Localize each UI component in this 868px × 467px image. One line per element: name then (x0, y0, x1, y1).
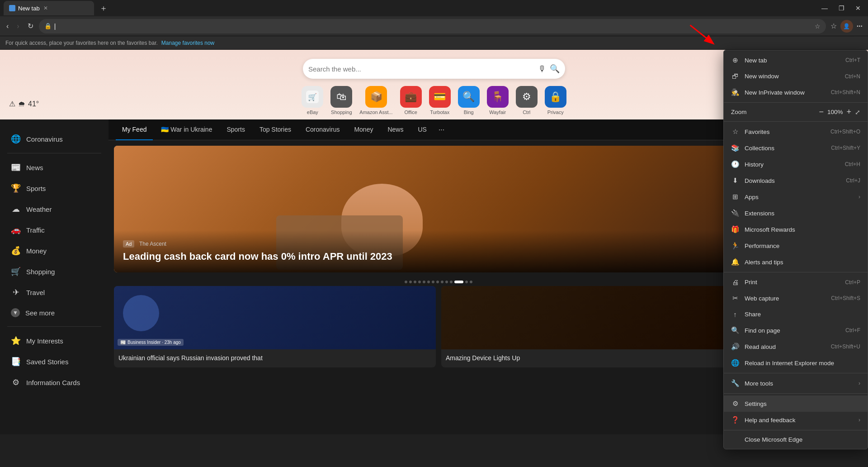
dot-13[interactable] (465, 281, 468, 283)
sidebar-item-weather[interactable]: ☁ Weather (0, 199, 108, 219)
dot-6[interactable] (427, 281, 430, 283)
menu-read-aloud[interactable]: 🔊 Read aloud Ctrl+Shift+U (724, 338, 868, 355)
quicklink-wayfair[interactable]: 🪑 Wayfair (487, 86, 509, 115)
refresh-button[interactable]: ↻ (25, 20, 36, 32)
zoom-fullscreen-icon[interactable]: ⤢ (855, 109, 860, 116)
dot-7[interactable] (432, 281, 434, 283)
dot-4[interactable] (418, 281, 421, 283)
sidebar-label-information-cards: Information Cards (26, 379, 80, 386)
quicklink-amazon[interactable]: 📦 Amazon Asst... (359, 86, 392, 115)
quicklink-office[interactable]: 💼 Office (400, 86, 422, 115)
dot-10[interactable] (445, 281, 448, 283)
sidebar-item-see-more[interactable]: ▼ See more (0, 303, 108, 323)
quicklink-shopping[interactable]: 🛍 Shopping (330, 86, 352, 115)
back-button[interactable]: ‹ (4, 20, 11, 32)
more-button[interactable]: ··· (855, 20, 864, 32)
hero-article[interactable]: Ad The Ascent Leading cash back card now… (114, 146, 763, 272)
sidebar-item-saved-stories[interactable]: 📑 Saved Stories (0, 351, 108, 372)
article-2[interactable]: Amazing Device Lights Up (441, 286, 763, 367)
sidebar-item-coronavirus[interactable]: 🌐 Coronavirus (0, 129, 108, 149)
address-input[interactable] (54, 23, 812, 30)
quicklink-bing[interactable]: 🔍 Bing (458, 86, 480, 115)
collections-label: Collections (745, 145, 774, 152)
tab-sports[interactable]: Sports (220, 119, 251, 140)
feed-tabs-more-button[interactable]: ··· (435, 126, 448, 134)
zoom-out-button[interactable]: − (819, 107, 824, 117)
menu-print[interactable]: 🖨 Print Ctrl+P (724, 274, 868, 290)
menu-find[interactable]: 🔍 Find on page Ctrl+F (724, 322, 868, 338)
favorites-toolbar-icon[interactable]: ☆ (829, 20, 839, 32)
browser-chrome: New tab ✕ ＋ — ❐ ✕ ‹ › ↻ 🔒 ☆ ☆ 👤 ··· For … (0, 0, 868, 50)
dot-11[interactable] (450, 281, 453, 283)
menu-extensions[interactable]: 🔌 Extensions (724, 205, 868, 221)
menu-downloads[interactable]: ⬇ Downloads Ctrl+J (724, 172, 868, 189)
active-tab[interactable]: New tab ✕ (4, 1, 94, 15)
sidebar-item-news[interactable]: 📰 News (0, 157, 108, 178)
menu-favorites[interactable]: ☆ Favorites Ctrl+Shift+O (724, 124, 868, 140)
downloads-shortcut: Ctrl+J (846, 177, 860, 184)
zoom-in-button[interactable]: + (846, 107, 851, 117)
voice-search-button[interactable]: 🎙 (538, 64, 546, 74)
menu-ie-mode[interactable]: 🌐 Reload in Internet Explorer mode (724, 355, 868, 371)
dot-8[interactable] (436, 281, 439, 283)
sidebar-label-traffic: Traffic (26, 226, 45, 234)
tab-war-ukraine[interactable]: 🇺🇦 War in Ukraine (155, 119, 218, 140)
forward-button[interactable]: › (14, 20, 22, 32)
menu-new-tab[interactable]: ⊕ New tab Ctrl+T (724, 52, 868, 68)
tab-us[interactable]: US (411, 119, 433, 140)
tab-money[interactable]: Money (348, 119, 379, 140)
menu-inprivate[interactable]: 🕵 New InPrivate window Ctrl+Shift+N (724, 84, 868, 100)
menu-settings[interactable]: ⚙ Settings (724, 396, 868, 412)
sidebar-item-my-interests[interactable]: ⭐ My Interests (0, 330, 108, 351)
tab-my-feed[interactable]: My Feed (116, 119, 153, 140)
dot-9[interactable] (441, 281, 443, 283)
quicklink-privacy[interactable]: 🔒 Privacy (545, 86, 566, 115)
tab-top-stories[interactable]: Top Stories (253, 119, 297, 140)
tab-coronavirus[interactable]: Coronavirus (299, 119, 346, 140)
sidebar-item-money[interactable]: 💰 Money (0, 240, 108, 261)
menu-close-edge[interactable]: Close Microsoft Edge (724, 432, 868, 447)
menu-performance[interactable]: 🏃 Performance (724, 238, 868, 254)
restore-button[interactable]: ❐ (835, 3, 848, 14)
dot-3[interactable] (414, 281, 416, 283)
menu-help[interactable]: ❓ Help and feedback › (724, 412, 868, 428)
minimize-button[interactable]: — (818, 3, 831, 14)
profile-icon[interactable]: 👤 (840, 20, 853, 33)
new-tab-button[interactable]: ＋ (96, 3, 111, 14)
quicklink-ebay[interactable]: 🛒 eBay (302, 86, 323, 115)
menu-apps[interactable]: ⊞ Apps › (724, 189, 868, 205)
sidebar-item-sports[interactable]: 🏆 Sports (0, 178, 108, 199)
close-button[interactable]: ✕ (852, 3, 864, 14)
sidebar-item-information-cards[interactable]: ⚙ Information Cards (0, 372, 108, 393)
search-box[interactable]: 🎙 🔍 (303, 59, 565, 79)
quicklink-ctrl[interactable]: ⚙ Ctrl (516, 86, 538, 115)
sidebar-item-traffic[interactable]: 🚗 Traffic (0, 219, 108, 240)
search-input[interactable] (308, 65, 534, 73)
favorites-icon[interactable]: ☆ (815, 23, 821, 30)
sidebar-item-travel[interactable]: ✈ Travel (0, 282, 108, 303)
sidebar-item-shopping[interactable]: 🛒 Shopping (0, 261, 108, 282)
menu-history[interactable]: 🕐 History Ctrl+H (724, 156, 868, 172)
dot-1[interactable] (405, 281, 407, 283)
tab-news[interactable]: News (381, 119, 410, 140)
menu-new-window[interactable]: 🗗 New window Ctrl+N (724, 68, 868, 84)
article-1[interactable]: 📰 Business Insider · 23h ago Ukrainian o… (114, 286, 436, 367)
shopping-icon: 🛒 (11, 267, 21, 276)
dot-14[interactable] (470, 281, 472, 283)
menu-rewards[interactable]: 🎁 Microsoft Rewards (724, 221, 868, 238)
dot-2[interactable] (409, 281, 412, 283)
menu-more-tools[interactable]: 🔧 More tools › (724, 375, 868, 391)
dot-5[interactable] (423, 281, 425, 283)
menu-web-capture[interactable]: ✂ Web capture Ctrl+Shift+S (724, 290, 868, 306)
menu-alerts[interactable]: 🔔 Alerts and tips (724, 254, 868, 270)
manage-favorites-link[interactable]: Manage favorites now (161, 40, 214, 46)
menu-collections[interactable]: 📚 Collections Ctrl+Shift+Y (724, 140, 868, 156)
quicklink-turbotax[interactable]: 💳 Turbotax (429, 86, 451, 115)
dot-active[interactable] (454, 281, 463, 283)
settings-label: Settings (745, 400, 767, 407)
tab-close-button[interactable]: ✕ (43, 5, 48, 11)
toolbar-icons: ☆ 👤 ··· (829, 20, 864, 33)
address-bar[interactable]: 🔒 ☆ (39, 19, 826, 33)
menu-share[interactable]: ↑ Share (724, 306, 868, 322)
search-button[interactable]: 🔍 (550, 64, 560, 74)
